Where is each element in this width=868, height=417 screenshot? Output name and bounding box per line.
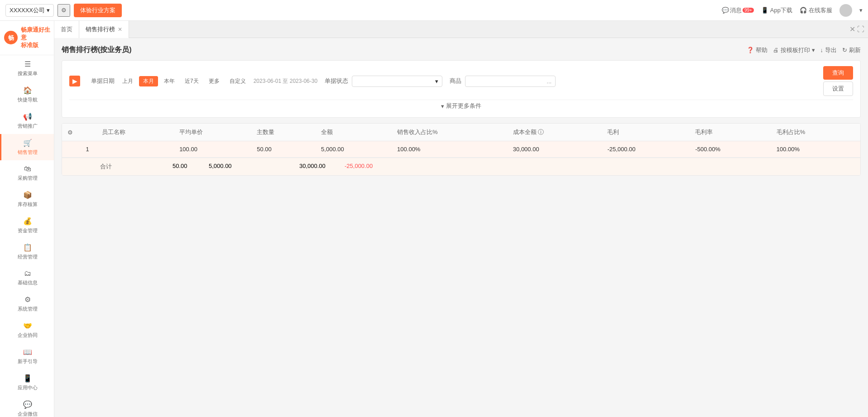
tab-home[interactable]: 首页: [54, 21, 79, 38]
help-button[interactable]: ❓ 帮助: [747, 46, 767, 54]
guide-icon: 📖: [23, 348, 32, 356]
date-btn-this-month[interactable]: 本月: [139, 76, 158, 86]
row-gross-rate: -500.00%: [690, 141, 771, 158]
goods-input[interactable]: ...: [465, 76, 556, 87]
row-gross-ratio: 100.00%: [771, 141, 860, 158]
status-filter: 单据状态 ▾: [325, 76, 442, 87]
sidebar-item-collab[interactable]: 🤝 企业协同: [0, 317, 54, 343]
export-button[interactable]: ↓ 导出: [820, 46, 837, 54]
sales-icon: 🛒: [23, 139, 32, 147]
date-btn-7days[interactable]: 近7天: [181, 76, 203, 86]
settings-icon-btn[interactable]: ⚙: [58, 4, 70, 17]
footer-cost: 30,000.00: [299, 163, 345, 171]
tab-close-icon[interactable]: ✕: [118, 26, 122, 33]
print-button[interactable]: 🖨 按模板打印 ▾: [773, 46, 815, 54]
tab-fullscreen-button[interactable]: ⛶: [857, 25, 864, 34]
print-dropdown-icon: ▾: [812, 47, 815, 53]
expand-arrow[interactable]: ▶: [69, 76, 80, 86]
filter-settings-button[interactable]: 设置: [823, 81, 853, 96]
date-range: 2023-06-01 至 2023-06-30: [254, 77, 317, 85]
col-rank: [78, 124, 96, 141]
message-icon: 💬: [722, 7, 729, 14]
sidebar-item-apps[interactable]: 📱 应用中心: [0, 369, 54, 396]
logo-text: 畅康通好生意 标准版: [21, 26, 50, 49]
tab-sales-rank[interactable]: 销售排行榜 ✕: [79, 21, 129, 38]
content-area: 首页 销售排行榜 ✕ ✕ ⛶ 销售排行榜(按业务员) ❓ 帮助: [54, 21, 868, 417]
inventory-icon: 📦: [23, 191, 32, 199]
date-btn-more[interactable]: 更多: [205, 76, 224, 86]
top-right-area: 💬 消息 99+ 📱 App下载 🎧 在线客服 ▾: [722, 4, 863, 17]
sidebar-item-marketing[interactable]: 📢 营销推广: [0, 108, 54, 134]
col-avg-price: 平均单价: [174, 124, 251, 141]
col-settings[interactable]: ⚙: [62, 124, 78, 141]
help-icon: ❓: [747, 47, 754, 53]
finance-icon: 💰: [23, 217, 32, 225]
sidebar-item-sales[interactable]: 🛒 销售管理: [0, 134, 54, 160]
table-row: 1 100.00 50.00 5,000.00 100.00% 30,000.0…: [62, 141, 860, 158]
status-label: 单据状态: [325, 77, 348, 85]
sidebar-item-purchase[interactable]: 🛍 采购管理: [0, 160, 54, 186]
user-name[interactable]: ▾: [859, 7, 863, 14]
refresh-icon: ↻: [842, 47, 847, 53]
date-btn-last-month[interactable]: 上月: [118, 76, 137, 86]
export-icon: ↓: [820, 47, 824, 53]
print-icon: 🖨: [773, 47, 779, 53]
footer-label: 合计: [100, 163, 136, 171]
footer-amount: 5,000.00: [209, 163, 254, 171]
operation-icon: 📋: [23, 243, 32, 252]
expand-more-btn[interactable]: ▾ 展开更多条件: [69, 100, 853, 112]
sidebar-item-search-order[interactable]: ☰ 搜索菜单: [0, 55, 54, 81]
main-layout: 畅 畅康通好生意 标准版 ☰ 搜索菜单 🏠 快捷导航 📢 营销推广 🛒 销售管理…: [0, 21, 868, 417]
filter-actions: 查询 设置: [823, 66, 853, 96]
online-service-button[interactable]: 🎧 在线客服: [800, 6, 832, 14]
tab-bar: 首页 销售排行榜 ✕ ✕ ⛶: [54, 21, 868, 38]
filter-row: ▶ 单据日期 上月 本月 本年 近7天 更多 自定义 2023-06-01 至 …: [69, 66, 853, 96]
sidebar-item-system[interactable]: ⚙ 系统管理: [0, 291, 54, 317]
row-rank: 1: [78, 141, 96, 158]
date-btn-custom[interactable]: 自定义: [225, 76, 250, 86]
svg-text:畅: 畅: [8, 34, 14, 41]
footer-main-qty: 50.00: [173, 163, 209, 171]
date-filter: 单据日期 上月 本月 本年 近7天 更多 自定义 2023-06-01 至 20…: [91, 76, 317, 86]
avatar[interactable]: [839, 4, 852, 17]
date-btn-this-year[interactable]: 本年: [160, 76, 179, 86]
app-label: App下载: [770, 6, 792, 14]
status-select[interactable]: ▾: [352, 76, 442, 87]
page-actions: ❓ 帮助 🖨 按模板打印 ▾ ↓ 导出 ↻ 刷新: [747, 46, 861, 54]
message-badge: 99+: [743, 8, 754, 13]
goods-label: 商品: [450, 77, 461, 85]
chevron-down-icon: ▾: [47, 7, 50, 14]
footer-avg-price-spacer: [136, 163, 173, 171]
home-icon: 🏠: [23, 86, 32, 95]
search-order-icon: ☰: [24, 60, 31, 68]
page-title: 销售排行榜(按业务员): [62, 45, 132, 55]
col-name: 员工名称: [96, 124, 174, 141]
app-download-button[interactable]: 📱 App下载: [761, 6, 792, 14]
sidebar-item-base-info[interactable]: 🗂 基础信息: [0, 265, 54, 291]
message-button[interactable]: 💬 消息 99+: [722, 6, 754, 14]
row-main-qty: 50.00: [251, 141, 316, 158]
refresh-button[interactable]: ↻ 刷新: [842, 46, 861, 54]
expand-more-icon: ▾: [441, 103, 444, 110]
company-select[interactable]: XXXXXX公司 ▾: [5, 4, 54, 17]
row-avg-price: 100.00: [174, 141, 251, 158]
row-cost: 30,000.00: [508, 141, 602, 158]
page-content: 销售排行榜(按业务员) ❓ 帮助 🖨 按模板打印 ▾ ↓ 导出: [54, 38, 868, 417]
trial-button[interactable]: 体验行业方案: [74, 4, 122, 17]
sidebar-item-operation[interactable]: 📋 经营管理: [0, 239, 54, 265]
sidebar-item-finance[interactable]: 💰 资金管理: [0, 212, 54, 239]
sidebar-item-quick-nav[interactable]: 🏠 快捷导航: [0, 81, 54, 108]
sidebar: 畅 畅康通好生意 标准版 ☰ 搜索菜单 🏠 快捷导航 📢 营销推广 🛒 销售管理…: [0, 21, 54, 417]
sidebar-item-inventory[interactable]: 📦 库存核算: [0, 186, 54, 212]
query-button[interactable]: 查询: [823, 66, 853, 80]
collab-icon: 🤝: [23, 321, 32, 330]
col-amount: 全额: [316, 124, 392, 141]
sidebar-item-guide[interactable]: 📖 新手引导: [0, 343, 54, 369]
row-gross: -25,000.00: [602, 141, 690, 158]
sidebar-item-wechat[interactable]: 💬 企业微信: [0, 396, 54, 417]
tab-close-button[interactable]: ✕: [849, 25, 855, 34]
table-header-row: ⚙ 员工名称 平均单价 主数量 全额 销售收入占比% 成本全额 ⓘ 毛利 毛利率…: [62, 124, 860, 141]
data-table: ⚙ 员工名称 平均单价 主数量 全额 销售收入占比% 成本全额 ⓘ 毛利 毛利率…: [62, 124, 860, 158]
row-name: [96, 141, 174, 158]
service-icon: 🎧: [800, 7, 807, 14]
